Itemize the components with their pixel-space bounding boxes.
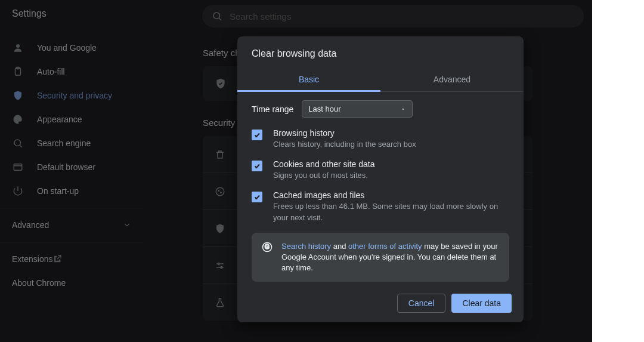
google-account-info: G Search history and other forms of acti… (252, 233, 509, 282)
cancel-button[interactable]: Cancel (397, 294, 446, 313)
time-range-label: Time range (252, 104, 293, 114)
option-title: Cookies and other site data (273, 159, 509, 169)
time-range-select[interactable]: Last hour (302, 100, 413, 118)
other-activity-link[interactable]: other forms of activity (348, 242, 422, 251)
cookies-option[interactable]: Cookies and other site dataSigns you out… (252, 159, 509, 181)
clear-browsing-data-dialog: Clear browsing data Basic Advanced Time … (237, 36, 524, 322)
chevron-down-icon (400, 106, 406, 112)
search-history-link[interactable]: Search history (281, 242, 331, 251)
option-title: Browsing history (273, 128, 509, 138)
option-sub: Signs you out of most sites. (273, 170, 509, 181)
tab-basic[interactable]: Basic (237, 69, 380, 92)
info-text: Search history and other forms of activi… (281, 241, 500, 274)
checkbox-checked-icon[interactable] (252, 130, 262, 140)
option-sub: Clears history, including in the search … (273, 139, 509, 150)
google-icon: G (261, 241, 273, 253)
cached-images-option[interactable]: Cached images and filesFrees up less tha… (252, 190, 509, 223)
clear-data-button[interactable]: Clear data (451, 294, 512, 313)
time-range-value: Last hour (308, 104, 340, 113)
tab-advanced[interactable]: Advanced (380, 69, 524, 91)
dialog-title: Clear browsing data (237, 36, 524, 69)
option-title: Cached images and files (273, 190, 509, 200)
checkbox-checked-icon[interactable] (252, 161, 262, 171)
option-sub: Frees up less than 46.1 MB. Some sites m… (273, 201, 509, 223)
dialog-tabs: Basic Advanced (237, 69, 524, 92)
browsing-history-option[interactable]: Browsing historyClears history, includin… (252, 128, 509, 150)
svg-marker-16 (402, 109, 404, 110)
checkbox-checked-icon[interactable] (252, 192, 262, 202)
svg-text:G: G (265, 244, 270, 250)
